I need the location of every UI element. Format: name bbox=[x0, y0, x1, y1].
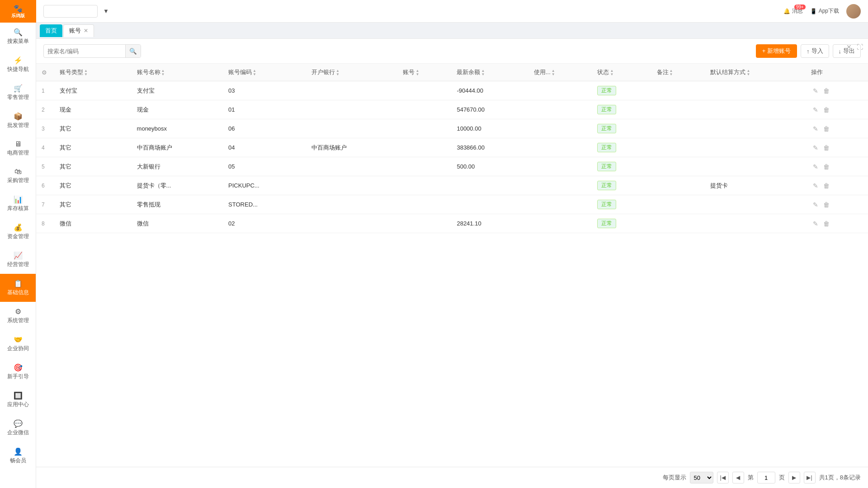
app-download-button[interactable]: 📱 App下载 bbox=[810, 7, 839, 15]
content-area: ✕ ⛶ 🔍 + 新增账号 ↑ 导入 ↓ 导出 bbox=[36, 39, 868, 488]
delete-button[interactable]: 🗑 bbox=[821, 219, 831, 228]
content-toolbar: 🔍 + 新增账号 ↑ 导入 ↓ 导出 bbox=[36, 39, 868, 64]
main-area: ▼ 🔔 消息 99+ 📱 App下载 首页 账号 ✕ ✕ bbox=[36, 0, 868, 488]
row-name: 大新银行 bbox=[132, 157, 223, 176]
sidebar-item-basic-info[interactable]: 📋 基础信息 bbox=[0, 274, 36, 302]
handshake-icon: 🤝 bbox=[14, 335, 23, 344]
row-bank bbox=[306, 214, 398, 233]
sidebar-item-member[interactable]: 👤 畅会员 bbox=[0, 442, 36, 470]
row-code: 03 bbox=[223, 81, 306, 100]
money-icon: 💰 bbox=[14, 223, 23, 232]
sidebar-item-operations[interactable]: 📈 经营管理 bbox=[0, 246, 36, 274]
tab-close-icon[interactable]: ✕ bbox=[84, 28, 88, 34]
sidebar-item-finance[interactable]: 💰 资金管理 bbox=[0, 218, 36, 246]
row-type: 其它 bbox=[54, 195, 132, 214]
add-account-button[interactable]: + 新增账号 bbox=[756, 44, 797, 58]
header-dropdown[interactable]: ▼ bbox=[103, 8, 109, 14]
delete-button[interactable]: 🗑 bbox=[821, 200, 831, 209]
row-balance bbox=[451, 195, 528, 214]
row-code: STORED... bbox=[223, 195, 306, 214]
delete-button[interactable]: 🗑 bbox=[821, 105, 831, 114]
per-page-label: 每页显示 bbox=[663, 474, 686, 482]
tab-home[interactable]: 首页 bbox=[40, 24, 62, 37]
row-code: 01 bbox=[223, 100, 306, 119]
edit-button[interactable]: ✎ bbox=[811, 86, 820, 95]
sidebar-item-ecommerce[interactable]: 🖥 电商管理 bbox=[0, 135, 36, 162]
col-name: 账号名称▲▼ bbox=[132, 64, 223, 81]
gear-icon: ⚙ bbox=[15, 307, 21, 316]
edit-button[interactable]: ✎ bbox=[811, 124, 820, 133]
sidebar-item-guide[interactable]: 🎯 新手引导 bbox=[0, 358, 36, 386]
row-settlement: 提货卡 bbox=[705, 176, 805, 195]
row-status: 正常 bbox=[592, 138, 651, 157]
sidebar-item-purchase[interactable]: 🛍 采购管理 bbox=[0, 162, 36, 190]
sidebar-item-search[interactable]: 🔍 搜索菜单 bbox=[0, 23, 36, 51]
window-expand-button[interactable]: ⛶ bbox=[855, 42, 864, 52]
row-actions: ✎ 🗑 bbox=[806, 100, 868, 119]
header-search-input[interactable] bbox=[43, 5, 98, 18]
message-button[interactable]: 🔔 消息 99+ bbox=[783, 7, 803, 15]
page-first-button[interactable]: |◀ bbox=[717, 472, 729, 483]
logo-text: 乐鸡版 bbox=[11, 13, 25, 19]
row-name: 中百商场账户 bbox=[132, 138, 223, 157]
user-avatar[interactable] bbox=[846, 4, 861, 19]
delete-button[interactable]: 🗑 bbox=[821, 181, 831, 190]
page-prefix-label: 第 bbox=[748, 474, 754, 482]
row-bank bbox=[306, 195, 398, 214]
edit-button[interactable]: ✎ bbox=[811, 105, 820, 114]
column-settings-icon[interactable]: ⚙ bbox=[42, 69, 47, 76]
row-actions: ✎ 🗑 bbox=[806, 81, 868, 100]
app-logo: 🐾 乐鸡版 bbox=[0, 0, 36, 23]
page-number-input[interactable]: 1 bbox=[757, 472, 775, 483]
import-button[interactable]: ↑ 导入 bbox=[801, 44, 829, 58]
delete-button[interactable]: 🗑 bbox=[821, 143, 831, 152]
delete-button[interactable]: 🗑 bbox=[821, 86, 831, 95]
download-icon: 📱 bbox=[810, 8, 817, 14]
grid-icon: 🔲 bbox=[14, 391, 23, 400]
table-row: 7 其它 零售抵现 STORED... 正常 ✎ 🗑 bbox=[36, 195, 868, 214]
edit-button[interactable]: ✎ bbox=[811, 200, 820, 209]
sidebar-item-inventory[interactable]: 📊 库存核算 bbox=[0, 190, 36, 218]
account-search-input[interactable] bbox=[44, 48, 125, 55]
delete-button[interactable]: 🗑 bbox=[821, 162, 831, 171]
row-account bbox=[397, 157, 451, 176]
row-balance: 500.00 bbox=[451, 157, 528, 176]
clipboard-icon: 📋 bbox=[14, 279, 23, 288]
row-bank bbox=[306, 119, 398, 138]
page-prev-button[interactable]: ◀ bbox=[732, 472, 744, 483]
row-account bbox=[397, 138, 451, 157]
per-page-select[interactable]: 50 100 200 bbox=[690, 472, 713, 483]
row-balance: 10000.00 bbox=[451, 119, 528, 138]
page-last-button[interactable]: ▶| bbox=[804, 472, 816, 483]
row-actions: ✎ 🗑 bbox=[806, 157, 868, 176]
row-name: 支付宝 bbox=[132, 81, 223, 100]
edit-button[interactable]: ✎ bbox=[811, 162, 820, 171]
sidebar: 🐾 乐鸡版 🔍 搜索菜单 ⚡ 快捷导航 🛒 零售管理 📦 批发管理 🖥 电商管理… bbox=[0, 0, 36, 488]
col-account: 账号▲▼ bbox=[397, 64, 451, 81]
cart-icon: 🛒 bbox=[14, 84, 23, 93]
sidebar-item-quicknav[interactable]: ⚡ 快捷导航 bbox=[0, 51, 36, 79]
table-row: 2 现金 现金 01 547670.00 正常 ✎ 🗑 bbox=[36, 100, 868, 119]
table-row: 8 微信 微信 02 28241.10 正常 ✎ 🗑 bbox=[36, 214, 868, 233]
sidebar-item-enterprise[interactable]: 🤝 企业协同 bbox=[0, 330, 36, 358]
delete-button[interactable]: 🗑 bbox=[821, 124, 831, 133]
sidebar-item-retail[interactable]: 🛒 零售管理 bbox=[0, 79, 36, 107]
edit-button[interactable]: ✎ bbox=[811, 143, 820, 152]
row-code: PICKUPC... bbox=[223, 176, 306, 195]
sidebar-item-system[interactable]: ⚙ 系统管理 bbox=[0, 302, 36, 330]
row-use bbox=[528, 214, 592, 233]
row-balance: 28241.10 bbox=[451, 214, 528, 233]
page-next-button[interactable]: ▶ bbox=[788, 472, 800, 483]
row-id: 7 bbox=[36, 195, 54, 214]
row-account bbox=[397, 176, 451, 195]
account-search-box: 🔍 bbox=[43, 44, 141, 58]
sidebar-item-corpwechat[interactable]: 💬 企业微信 bbox=[0, 414, 36, 442]
edit-button[interactable]: ✎ bbox=[811, 181, 820, 190]
window-close-button[interactable]: ✕ bbox=[844, 42, 854, 52]
sidebar-item-appcenter[interactable]: 🔲 应用中心 bbox=[0, 386, 36, 414]
edit-button[interactable]: ✎ bbox=[811, 219, 820, 228]
search-submit-button[interactable]: 🔍 bbox=[125, 44, 141, 58]
tab-account[interactable]: 账号 ✕ bbox=[63, 24, 94, 37]
sidebar-item-wholesale[interactable]: 📦 批发管理 bbox=[0, 107, 36, 135]
row-use bbox=[528, 119, 592, 138]
